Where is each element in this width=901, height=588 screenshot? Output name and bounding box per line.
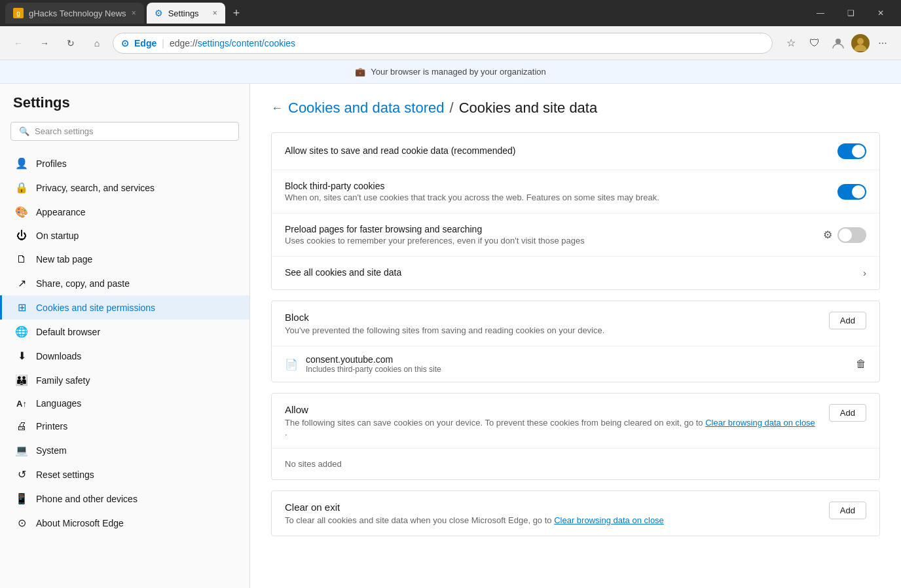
sidebar-item-label: Share, copy, and paste (36, 278, 130, 289)
about-icon: ⊙ (15, 517, 28, 529)
clear-desc: To clear all cookies and site data when … (285, 515, 664, 525)
shield-button[interactable]: 🛡 (804, 33, 825, 54)
clear-browsing-link2[interactable]: Clear browsing data on close (554, 515, 664, 525)
sidebar-item-label: System (36, 445, 67, 456)
refresh-button[interactable]: ↻ (60, 33, 81, 54)
titlebar: g gHacks Technology News × ⚙ Settings × … (0, 0, 901, 26)
sidebar-item-label: Cookies and site permissions (36, 303, 155, 313)
clear-header: Clear on exit To clear all cookies and s… (272, 491, 879, 536)
maximize-button[interactable]: ❑ (836, 0, 866, 26)
allow-sites-toggle[interactable] (837, 143, 866, 159)
sidebar-item-label: Reset settings (36, 469, 94, 480)
allow-desc-text: The following sites can save cookies on … (285, 418, 703, 428)
preload-info: Preload pages for faster browsing and se… (285, 224, 823, 246)
minimize-button[interactable]: — (805, 0, 836, 26)
tab-settings-label: Settings (168, 9, 199, 18)
allow-desc: The following sites can save cookies on … (285, 418, 818, 437)
sidebar-item-reset[interactable]: ↺ Reset settings (0, 462, 249, 487)
see-all-cookies-title: See all cookies and site data (285, 267, 863, 278)
breadcrumb-current: Cookies and site data (459, 100, 598, 117)
sidebar-item-label: Languages (36, 398, 81, 409)
no-sites-label: No sites added (272, 448, 879, 479)
favorites-button[interactable]: ☆ (781, 33, 801, 54)
block-section: Block You've prevented the following sit… (271, 301, 880, 382)
preload-desc: Uses cookies to remember your preference… (285, 236, 823, 246)
privacy-icon: 🔒 (15, 181, 28, 194)
tab-settings-close[interactable]: × (213, 9, 217, 18)
home-button[interactable]: ⌂ (86, 33, 107, 54)
sidebar-item-label: On startup (36, 230, 79, 241)
sidebar-item-system[interactable]: 💻 System (0, 438, 249, 462)
block-third-party-toggle[interactable] (837, 184, 866, 200)
system-icon: 💻 (15, 444, 28, 456)
see-all-cookies-row[interactable]: See all cookies and site data › (272, 257, 879, 289)
sidebar-item-languages[interactable]: A↑ Languages (0, 392, 249, 414)
clear-browsing-link[interactable]: Clear browsing data on close (705, 418, 815, 428)
sidebar-item-label: Default browser (36, 327, 100, 337)
new-tab-button[interactable]: + (228, 7, 246, 20)
allow-sites-title: Allow sites to save and read cookie data… (285, 145, 837, 156)
sidebar-item-phone[interactable]: 📱 Phone and other devices (0, 487, 249, 511)
sidebar-item-startup[interactable]: ⏻ On startup (0, 224, 249, 248)
family-icon: 👪 (15, 374, 28, 386)
allow-header: Allow The following sites can save cooki… (272, 394, 879, 448)
back-button[interactable]: ← (8, 33, 29, 54)
clear-info: Clear on exit To clear all cookies and s… (285, 502, 664, 525)
content-area: ← Cookies and data stored / Cookies and … (250, 84, 901, 588)
search-placeholder: Search settings (35, 126, 94, 136)
sidebar-item-newtab[interactable]: 🗋 New tab page (0, 248, 249, 271)
block-add-button[interactable]: Add (829, 312, 866, 329)
avatar-button[interactable] (851, 34, 870, 52)
tab-settings[interactable]: ⚙ Settings × (147, 3, 225, 24)
allow-desc-suffix: . (285, 428, 287, 437)
site-name: consent.youtube.com (306, 354, 848, 365)
window-controls: — ❑ ✕ (805, 0, 896, 26)
search-box[interactable]: 🔍 Search settings (10, 122, 239, 141)
preload-toggle[interactable] (837, 227, 866, 243)
sidebar-item-share[interactable]: ↗ Share, copy, and paste (0, 271, 249, 295)
delete-icon[interactable]: 🗑 (856, 358, 866, 370)
tab-ghacks[interactable]: g gHacks Technology News × (5, 3, 144, 24)
close-button[interactable]: ✕ (866, 0, 896, 26)
preload-gear-icon[interactable]: ⚙ (823, 229, 832, 241)
profile-button[interactable] (828, 33, 849, 54)
sidebar-item-label: Printers (36, 421, 67, 432)
address-box[interactable]: ⊙ Edge | edge://settings/content/cookies (113, 33, 773, 54)
more-button[interactable]: ··· (872, 33, 893, 54)
startup-icon: ⏻ (15, 230, 28, 242)
main-layout: Settings 🔍 Search settings 👤 Profiles 🔒 … (0, 84, 901, 588)
sidebar-item-printers[interactable]: 🖨 Printers (0, 414, 249, 438)
managed-icon: 💼 (355, 67, 365, 77)
sidebar-item-family[interactable]: 👪 Family safety (0, 368, 249, 392)
sidebar-item-downloads[interactable]: ⬇ Downloads (0, 344, 249, 368)
back-button[interactable]: ← (271, 101, 283, 115)
sidebar-item-profiles[interactable]: 👤 Profiles (0, 151, 249, 175)
allow-add-button[interactable]: Add (829, 404, 866, 422)
sidebar-item-label: Phone and other devices (36, 494, 138, 504)
site-file-icon: 📄 (285, 358, 298, 371)
clear-add-button[interactable]: Add (829, 502, 866, 519)
forward-button[interactable]: → (34, 33, 55, 54)
breadcrumb-link[interactable]: Cookies and data stored (288, 100, 445, 117)
clear-title: Clear on exit (285, 502, 664, 513)
share-icon: ↗ (15, 277, 28, 289)
site-info: consent.youtube.com Includes third-party… (306, 354, 848, 374)
clear-on-exit-section: Clear on exit To clear all cookies and s… (271, 490, 880, 536)
allow-info: Allow The following sites can save cooki… (285, 404, 818, 437)
sidebar-item-label: New tab page (36, 254, 92, 265)
default-icon: 🌐 (15, 325, 28, 338)
sidebar-item-label: Privacy, search, and services (36, 183, 155, 193)
sidebar-item-privacy[interactable]: 🔒 Privacy, search, and services (0, 175, 249, 200)
edge-label: Edge (134, 38, 156, 48)
sidebar-item-cookies[interactable]: ⊞ Cookies and site permissions (0, 295, 249, 320)
site-subdesc: Includes third-party cookies on this sit… (306, 365, 848, 374)
sidebar-item-default[interactable]: 🌐 Default browser (0, 320, 249, 344)
svg-point-0 (836, 39, 841, 44)
sidebar-item-appearance[interactable]: 🎨 Appearance (0, 200, 249, 224)
sidebar-item-about[interactable]: ⊙ About Microsoft Edge (0, 511, 249, 535)
preload-controls: ⚙ (823, 227, 866, 243)
breadcrumb-separator: / (450, 100, 454, 117)
tab-ghacks-close[interactable]: × (132, 9, 136, 18)
cookie-settings-card: Allow sites to save and read cookie data… (271, 132, 880, 290)
sidebar: Settings 🔍 Search settings 👤 Profiles 🔒 … (0, 84, 250, 588)
